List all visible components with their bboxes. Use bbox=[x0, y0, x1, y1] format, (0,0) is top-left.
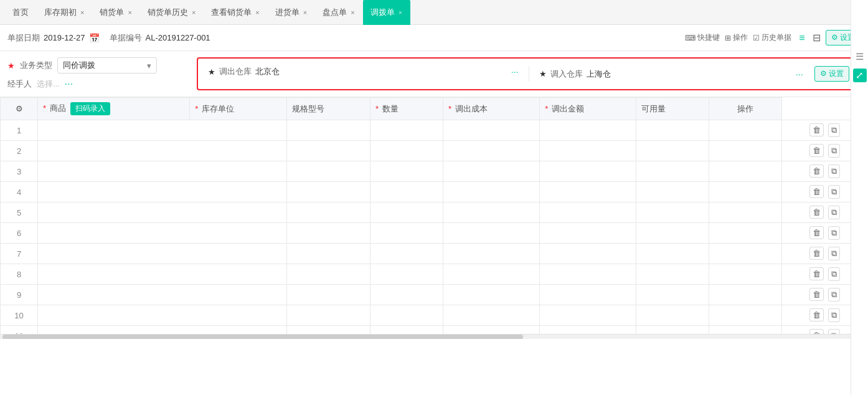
cell-product[interactable] bbox=[38, 244, 287, 264]
cell-qty[interactable] bbox=[443, 141, 539, 161]
cell-spec[interactable] bbox=[370, 202, 443, 223]
cell-product[interactable] bbox=[38, 202, 287, 223]
copy-row-button[interactable]: ⧉ bbox=[828, 144, 840, 158]
tab-close-inventory-init[interactable]: × bbox=[80, 9, 84, 16]
tab-transfer-order[interactable]: 调拨单 × bbox=[363, 0, 410, 25]
layout-grid-icon[interactable]: ⊟ bbox=[813, 32, 821, 44]
delete-row-button[interactable]: 🗑 bbox=[809, 226, 824, 239]
copy-row-button[interactable]: ⧉ bbox=[828, 206, 840, 219]
layout-list-icon[interactable]: ≡ bbox=[799, 32, 804, 44]
delete-row-button[interactable]: 🗑 bbox=[809, 247, 824, 260]
warehouse-in-more[interactable]: ··· bbox=[796, 69, 803, 79]
delete-row-button[interactable]: 🗑 bbox=[809, 267, 824, 280]
tab-home[interactable]: 首页 bbox=[5, 0, 37, 25]
cell-available[interactable] bbox=[709, 161, 782, 182]
history-action[interactable]: ☑ 历史单据 bbox=[753, 32, 791, 43]
cell-qty[interactable] bbox=[443, 120, 539, 141]
tab-close-transfer-order[interactable]: × bbox=[399, 9, 402, 16]
warehouse-settings-btn[interactable]: ⚙ 设置 bbox=[814, 66, 849, 82]
delete-row-button[interactable]: 🗑 bbox=[809, 164, 824, 178]
cell-product[interactable] bbox=[38, 305, 287, 326]
cell-qty[interactable] bbox=[443, 264, 539, 285]
cell-product[interactable] bbox=[38, 264, 287, 285]
tab-close-sales-history[interactable]: × bbox=[192, 9, 196, 16]
cell-cost[interactable] bbox=[540, 223, 636, 244]
copy-row-button[interactable]: ⧉ bbox=[828, 164, 840, 178]
cell-unit[interactable] bbox=[286, 161, 370, 182]
delete-row-button[interactable]: 🗑 bbox=[809, 144, 824, 157]
cell-spec[interactable] bbox=[370, 326, 443, 335]
copy-row-button[interactable]: ⧉ bbox=[828, 329, 840, 334]
cell-cost[interactable] bbox=[540, 161, 636, 182]
cell-spec[interactable] bbox=[370, 285, 443, 305]
business-type-select[interactable]: 同价调拨 ▾ bbox=[57, 57, 157, 74]
cell-unit[interactable] bbox=[286, 223, 370, 244]
th-gear[interactable]: ⚙ bbox=[1, 98, 38, 120]
cell-amount[interactable] bbox=[636, 305, 709, 326]
cell-unit[interactable] bbox=[286, 326, 370, 335]
tab-view-sales[interactable]: 查看销货单 × bbox=[204, 0, 267, 25]
cell-spec[interactable] bbox=[370, 223, 443, 244]
cell-unit[interactable] bbox=[286, 202, 370, 223]
cell-qty[interactable] bbox=[443, 161, 539, 182]
cell-available[interactable] bbox=[709, 120, 782, 141]
calendar-icon[interactable]: 📅 bbox=[89, 33, 100, 43]
warehouse-out-more[interactable]: ··· bbox=[511, 67, 519, 77]
cell-qty[interactable] bbox=[443, 202, 539, 223]
cell-cost[interactable] bbox=[540, 305, 636, 326]
delete-row-button[interactable]: 🗑 bbox=[809, 206, 824, 219]
delete-row-button[interactable]: 🗑 bbox=[809, 329, 824, 334]
delete-row-button[interactable]: 🗑 bbox=[809, 308, 824, 321]
cell-unit[interactable] bbox=[286, 141, 370, 161]
cell-amount[interactable] bbox=[636, 202, 709, 223]
cell-available[interactable] bbox=[709, 326, 782, 335]
cell-qty[interactable] bbox=[443, 285, 539, 305]
tab-close-view-sales[interactable]: × bbox=[255, 9, 259, 16]
cell-available[interactable] bbox=[709, 202, 782, 223]
tab-close-sales-order[interactable]: × bbox=[128, 9, 131, 16]
cell-spec[interactable] bbox=[370, 161, 443, 182]
cell-product[interactable] bbox=[38, 182, 287, 202]
cell-qty[interactable] bbox=[443, 244, 539, 264]
cell-qty[interactable] bbox=[443, 182, 539, 202]
copy-row-button[interactable]: ⧉ bbox=[828, 123, 840, 137]
sidebar-expand-icon[interactable]: ⤢ bbox=[853, 69, 867, 82]
cell-available[interactable] bbox=[709, 223, 782, 244]
cell-cost[interactable] bbox=[540, 264, 636, 285]
cell-product[interactable] bbox=[38, 120, 287, 141]
tab-sales-history[interactable]: 销货单历史 × bbox=[140, 0, 204, 25]
cell-amount[interactable] bbox=[636, 285, 709, 305]
cell-unit[interactable] bbox=[286, 305, 370, 326]
cell-qty[interactable] bbox=[443, 223, 539, 244]
handler-more-btn[interactable]: ··· bbox=[65, 79, 73, 90]
cell-unit[interactable] bbox=[286, 264, 370, 285]
cell-amount[interactable] bbox=[636, 120, 709, 141]
copy-row-button[interactable]: ⧉ bbox=[828, 288, 840, 302]
copy-row-button[interactable]: ⧉ bbox=[828, 267, 840, 281]
delete-row-button[interactable]: 🗑 bbox=[809, 288, 824, 301]
tab-inventory-init[interactable]: 库存期初 × bbox=[37, 0, 92, 25]
cell-available[interactable] bbox=[709, 264, 782, 285]
sidebar-list-icon[interactable]: ☰ bbox=[853, 50, 867, 64]
copy-row-button[interactable]: ⧉ bbox=[828, 185, 840, 199]
handler-input[interactable]: 选择... bbox=[37, 79, 60, 90]
cell-available[interactable] bbox=[709, 305, 782, 326]
cell-spec[interactable] bbox=[370, 244, 443, 264]
cell-amount[interactable] bbox=[636, 326, 709, 335]
scroll-bar-area[interactable] bbox=[0, 334, 868, 339]
scan-button[interactable]: 扫码录入 bbox=[70, 102, 110, 115]
cell-available[interactable] bbox=[709, 141, 782, 161]
delete-row-button[interactable]: 🗑 bbox=[809, 185, 824, 198]
delete-row-button[interactable]: 🗑 bbox=[809, 123, 824, 136]
shortcut-action[interactable]: ⌨ 快捷键 bbox=[685, 32, 720, 43]
cell-product[interactable] bbox=[38, 141, 287, 161]
cell-available[interactable] bbox=[709, 182, 782, 202]
cell-qty[interactable] bbox=[443, 305, 539, 326]
tab-inventory-check[interactable]: 盘点单 × bbox=[315, 0, 362, 25]
cell-amount[interactable] bbox=[636, 182, 709, 202]
cell-spec[interactable] bbox=[370, 182, 443, 202]
cell-product[interactable] bbox=[38, 326, 287, 335]
tab-sales-order[interactable]: 销货单 × bbox=[92, 0, 139, 25]
cell-spec[interactable] bbox=[370, 305, 443, 326]
copy-row-button[interactable]: ⧉ bbox=[828, 247, 840, 260]
